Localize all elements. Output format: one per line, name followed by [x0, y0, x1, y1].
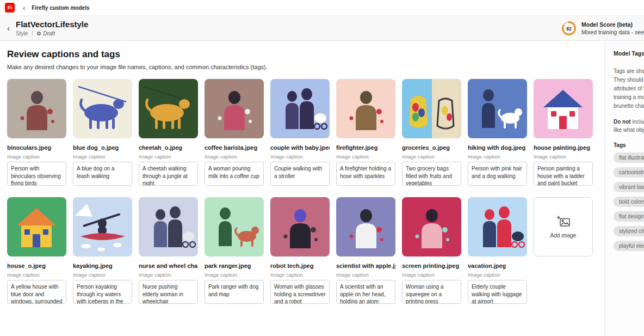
image-caption-input[interactable]: Person with binoculars observing flying …	[7, 162, 66, 186]
image-thumbnail[interactable]	[336, 79, 395, 138]
image-caption-input[interactable]: A scientist with an apple on her head, h…	[336, 280, 395, 304]
image-card: house_o.jpeg Image caption A yellow hous…	[7, 197, 66, 306]
image-thumbnail[interactable]	[73, 197, 132, 256]
tag-chip: flat illustration	[614, 152, 644, 163]
image-grid: binoculars.jpeg Image caption Person wit…	[7, 79, 598, 306]
tags-section-label: Tags	[614, 142, 644, 148]
image-thumbnail[interactable]	[205, 197, 264, 256]
image-caption-label: Image caption	[336, 272, 395, 278]
top-bar: Fi ‹ Firefly custom models	[0, 0, 644, 15]
tag-chip: cartoonish style	[614, 167, 644, 178]
image-card: binoculars.jpeg Image caption Person wit…	[7, 79, 66, 188]
image-thumbnail[interactable]	[402, 79, 461, 138]
back-chevron-icon[interactable]: ‹	[23, 4, 25, 11]
header-back-chevron-icon[interactable]: ‹	[7, 23, 10, 33]
model-type-label: Style	[16, 30, 28, 36]
image-caption-label: Image caption	[336, 154, 395, 160]
image-thumbnail[interactable]	[139, 197, 198, 256]
image-card: scientist with apple.jpeg Image caption …	[336, 197, 395, 306]
image-caption-input[interactable]: Elderly couple walking with luggage at a…	[468, 280, 527, 304]
image-thumbnail[interactable]	[468, 79, 527, 138]
image-caption-input[interactable]: Couple walking with a stroller	[270, 162, 330, 186]
image-filename: screen printing.jpeg	[402, 262, 461, 269]
tag-chip: bold colors ✕	[614, 197, 644, 207]
image-thumbnail[interactable]	[336, 197, 395, 256]
page-subtitle: Make any desired changes to your image f…	[7, 64, 598, 70]
image-caption-label: Image caption	[7, 272, 66, 278]
score-ring-icon: 82	[561, 21, 577, 36]
image-filename: hiking with dog.jpeg	[468, 144, 527, 151]
image-thumbnail[interactable]	[7, 197, 66, 256]
image-thumbnail[interactable]	[534, 79, 593, 138]
image-caption-label: Image caption	[270, 154, 330, 160]
model-title-block: FlatVectorLifestyle Style Draft	[16, 20, 88, 36]
image-caption-label: Image caption	[139, 154, 198, 160]
image-card: kayaking.jpeg Image caption Person kayak…	[73, 197, 132, 306]
image-filename: couple with baby.jpeg	[270, 144, 330, 151]
image-card: blue dog_o.jpeg Image caption A blue dog…	[73, 79, 132, 188]
image-thumbnail[interactable]	[7, 79, 66, 138]
main-content: Review captions and tags Make any desire…	[0, 41, 598, 306]
model-title: FlatVectorLifestyle	[16, 20, 88, 29]
image-filename: house_o.jpeg	[7, 262, 66, 269]
panel-title: Model Tags	[614, 50, 644, 57]
score-label: Model Score (beta)	[581, 21, 644, 28]
score-sublabel: Mixed training data - see recommend	[581, 29, 644, 35]
tag-chip: playful elements	[614, 241, 644, 251]
image-card: cheetah_o.jpeg Image caption A cheetah w…	[139, 79, 198, 188]
image-filename: park ranger.jpeg	[205, 262, 264, 269]
image-caption-input[interactable]: Nurse pushing elderly woman in wheelchai…	[139, 280, 198, 304]
image-card: vacation.jpeg Image caption Elderly coup…	[468, 197, 527, 306]
image-caption-label: Image caption	[73, 154, 132, 160]
image-thumbnail[interactable]	[205, 79, 264, 138]
add-image-label: Add image	[550, 233, 577, 239]
image-caption-label: Image caption	[468, 272, 527, 278]
image-caption-input[interactable]: Park ranger with dog and map	[205, 280, 264, 304]
image-filename: vacation.jpeg	[468, 262, 527, 269]
image-caption-label: Image caption	[534, 154, 593, 160]
image-caption-input[interactable]: Person kayaking through icy waters with …	[73, 280, 132, 304]
image-caption-label: Image caption	[468, 154, 527, 160]
image-filename: robot tech.jpeg	[270, 262, 330, 269]
image-card: coffee barista.jpeg Image caption A woma…	[205, 79, 264, 188]
image-filename: kayaking.jpeg	[73, 262, 132, 269]
image-card: groceries_o.jpeg Image caption Two groce…	[402, 79, 461, 188]
image-caption-input[interactable]: Person painting a house with a ladder an…	[534, 162, 593, 186]
image-filename: scientist with apple.jpeg	[336, 262, 395, 269]
image-caption-label: Image caption	[270, 272, 330, 278]
image-filename: coffee barista.jpeg	[205, 144, 264, 151]
image-caption-input[interactable]: A yellow house with blue door and window…	[7, 280, 66, 304]
image-caption-input[interactable]: Two grocery bags filled with fruits and …	[402, 162, 461, 186]
image-thumbnail[interactable]	[270, 197, 330, 256]
image-card: robot tech.jpeg Image caption Woman with…	[270, 197, 330, 306]
image-caption-label: Image caption	[205, 154, 264, 160]
image-card: house painting.jpeg Image caption Person…	[534, 79, 593, 188]
image-filename: cheetah_o.jpeg	[139, 144, 198, 151]
page-title: Review captions and tags	[7, 49, 598, 60]
panel-note: Do not include ch like what object a	[614, 118, 644, 134]
tag-chip: stylized characte	[614, 226, 644, 236]
image-caption-label: Image caption	[73, 272, 132, 278]
image-caption-input[interactable]: A cheetah walking through a jungle at ni…	[139, 162, 198, 186]
model-header: ‹ FlatVectorLifestyle Style Draft 82 Mod…	[0, 15, 644, 41]
image-thumbnail[interactable]	[139, 79, 198, 138]
image-thumbnail[interactable]	[73, 79, 132, 138]
image-caption-input[interactable]: Person with pink hair and a dog walking	[468, 162, 527, 186]
image-thumbnail[interactable]	[270, 79, 330, 138]
image-caption-input[interactable]: A blue dog on a leash walking	[73, 162, 132, 186]
image-filename: house painting.jpeg	[534, 144, 593, 151]
image-caption-input[interactable]: A firefighter holding a hose with sparkl…	[336, 162, 395, 186]
image-filename: groceries_o.jpeg	[402, 144, 461, 151]
image-thumbnail[interactable]	[402, 197, 461, 256]
image-thumbnail[interactable]	[468, 197, 527, 256]
score-value: 82	[566, 26, 572, 31]
firefly-logo[interactable]: Fi	[5, 3, 15, 13]
image-card: screen printing.jpeg Image caption Woman…	[402, 197, 461, 306]
add-image-button[interactable]: Add image	[534, 197, 593, 256]
image-caption-input[interactable]: Woman with glasses holding a screwdriver…	[270, 280, 330, 304]
model-tags-panel: Model Tags Tags are shared at They shoul…	[605, 41, 644, 336]
image-caption-input[interactable]: A woman pouring milk into a coffee cup	[205, 162, 264, 186]
image-caption-input[interactable]: Woman using a squeegee on a printing pre…	[402, 280, 461, 304]
breadcrumb[interactable]: Firefly custom models	[32, 5, 89, 11]
tag-chip-list: flat illustration cartoonish style vibra…	[614, 152, 644, 251]
